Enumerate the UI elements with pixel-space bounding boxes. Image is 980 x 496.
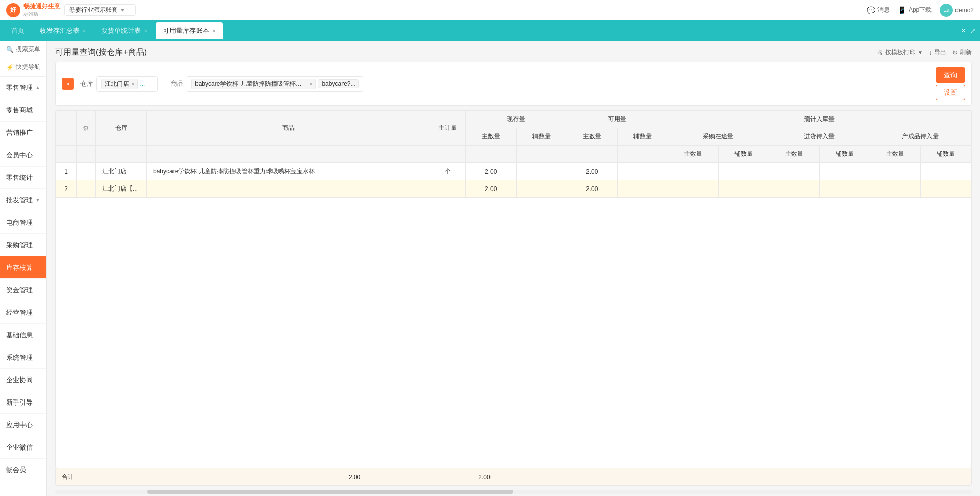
message-btn[interactable]: 💬 消息 [867,6,890,14]
app-download-label: App下载 [909,6,932,14]
sidebar-item-retail-mgmt[interactable]: 零售管理 ▲ [0,77,46,99]
sidebar-item-finance-mgmt[interactable]: 资金管理 [0,279,46,301]
table-footer: 合计 2.00 2.00 [55,468,972,486]
sidebar-item-enterprise-wechat-label: 企业微信 [6,443,33,452]
column-settings-icon[interactable]: ⚙ [83,124,89,132]
th-empty-2 [77,146,96,163]
cell-cs-aux-1 [516,163,567,180]
sidebar-item-retail-stats[interactable]: 零售统计 [0,167,46,189]
th-main-unit: 主计量 [430,111,465,146]
th-planned-inbound-label: 预计入库量 [804,115,835,123]
warehouse-tag-remove[interactable]: × [131,81,134,87]
sidebar-item-marketing[interactable]: 营销推广 [0,122,46,144]
sidebar-item-retail-mall[interactable]: 零售商城 [0,99,46,122]
sidebar-item-wholesale-mgmt[interactable]: 批发管理 ▼ [0,189,46,211]
sidebar-item-basic-info[interactable]: 基础信息 [0,324,46,346]
cell-inb-main-2 [769,180,819,198]
sidebar-item-app-center-label: 应用中心 [6,420,33,430]
scrollbar-thumb[interactable] [147,490,513,494]
sidebar-item-ecommerce[interactable]: 电商管理 [0,211,46,234]
th-current-stock-label: 现存量 [507,115,525,123]
tab-available-inventory[interactable]: 可用量库存账本 × [156,22,223,39]
th-empty-7 [516,146,567,163]
tab-order-stats-close[interactable]: × [144,28,147,34]
th-main-unit-label: 主计量 [438,124,457,131]
tab-home[interactable]: 首页 [4,22,32,39]
cell-product-2 [147,180,430,198]
app-download-btn[interactable]: 📱 App下载 [898,6,932,14]
th-production-aux: 辅数量 [920,146,971,163]
footer-av-aux [517,473,582,481]
cell-warehouse-2: 江北门店【... [96,180,147,198]
filter-toggle-btn[interactable]: » [62,78,74,90]
tab-available-inventory-close[interactable]: × [212,28,215,34]
th-inbound-main: 主数量 [769,146,819,163]
tab-close-all-btn[interactable]: × [961,26,966,35]
user-profile[interactable]: Ea demo2 [940,4,974,17]
th-planned-inbound-group: 预计入库量 [668,111,971,128]
th-empty-5 [430,146,465,163]
product-tag-2-value: babycare?... [322,80,355,87]
avatar: Ea [940,4,953,17]
th-current-stock-main: 主数量 [465,128,516,146]
warehouse-tag-value: 江北门店 [105,80,129,88]
sidebar-item-new-guide[interactable]: 新手引导 [0,391,46,414]
sidebar-item-marketing-label: 营销推广 [6,128,33,137]
tab-receipts-close[interactable]: × [83,28,86,34]
sidebar-item-enterprise-collab[interactable]: 企业协同 [0,369,46,391]
th-empty-9 [617,146,668,163]
sidebar-item-retail-mgmt-label: 零售管理 [6,83,33,92]
export-btn[interactable]: ↓ 导出 [929,48,946,57]
sidebar-item-wholesale-mgmt-label: 批发管理 [6,196,33,205]
th-empty-4 [147,146,430,163]
industry-selector[interactable]: 母婴行业演示账套 ▼ [64,4,136,16]
horizontal-scrollbar[interactable] [55,490,972,494]
th-available-main: 主数量 [567,128,617,146]
cell-product-1: babycare学饮杯 儿童防摔防撞吸管杯重力球吸嘴杯宝宝水杯 [147,163,430,180]
cell-av-aux-2 [617,180,668,198]
tab-expand-btn[interactable]: ⤢ [970,27,976,35]
th-empty-3 [96,146,147,163]
industry-selector-label: 母婴行业演示账套 [69,6,118,14]
sidebar-item-ecommerce-label: 电商管理 [6,218,33,227]
sidebar-item-member-center[interactable]: 会员中心 [0,144,46,167]
print-btn[interactable]: 🖨 按模板打印 ▼ [877,48,923,57]
tab-order-stats-label: 要货单统计表 [101,26,141,35]
sidebar-search[interactable]: 🔍 搜索菜单 [0,41,46,58]
tab-order-stats[interactable]: 要货单统计表 × [94,22,154,39]
settings-button[interactable]: 设置 [936,85,965,100]
sidebar-quick-nav[interactable]: ⚡ 快捷导航 [0,58,46,77]
th-empty-1 [56,146,77,163]
th-av-aux-label: 辅数量 [633,133,652,140]
tab-bar: 首页 收发存汇总表 × 要货单统计表 × 可用量库存账本 × × ⤢ [0,20,980,41]
sidebar-item-operations-mgmt[interactable]: 经营管理 [0,301,46,324]
sidebar-item-vip-member[interactable]: 畅会员 [0,459,46,481]
query-button[interactable]: 查询 [936,67,965,83]
footer-av-main-value: 2.00 [478,474,490,481]
th-inbound-aux: 辅数量 [819,146,870,163]
warehouse-more[interactable]: ... [140,80,145,87]
refresh-btn[interactable]: ↻ 刷新 [952,48,972,57]
sidebar-item-inventory-check[interactable]: 库存核算 [0,256,46,279]
footer-cs-aux [387,473,452,481]
cell-unit-1: 个 [430,163,465,180]
product-tag-2: babycare?... [318,79,359,88]
tab-receipts[interactable]: 收发存汇总表 × [33,22,93,39]
product-tag-1-remove[interactable]: × [309,81,312,87]
cell-prod-aux-1 [920,163,971,180]
cell-inb-aux-1 [819,163,870,180]
sidebar-item-system-mgmt[interactable]: 系统管理 [0,346,46,369]
sidebar-item-app-center[interactable]: 应用中心 [0,414,46,436]
sidebar-item-vip-member-label: 畅会员 [6,465,26,475]
sidebar-item-basic-info-label: 基础信息 [6,330,33,340]
footer-cs-main: 2.00 [322,469,387,485]
tab-bar-actions: × ⤢ [961,26,976,35]
sidebar-item-purchase-mgmt[interactable]: 采购管理 [0,234,46,256]
logo-area: 好 畅捷通好生意 标准版 [6,2,60,18]
sidebar-item-enterprise-wechat[interactable]: 企业微信 [0,436,46,459]
th-production-main: 主数量 [870,146,920,163]
product-input[interactable]: babycare学饮杯 儿童防摔防撞吸管杯重力球吸嘴杯宝宝水杯 × babyca… [187,76,363,92]
sidebar-item-operations-mgmt-label: 经营管理 [6,308,33,317]
export-icon: ↓ [929,49,932,56]
warehouse-input[interactable]: 江北门店 × ... [96,76,158,92]
